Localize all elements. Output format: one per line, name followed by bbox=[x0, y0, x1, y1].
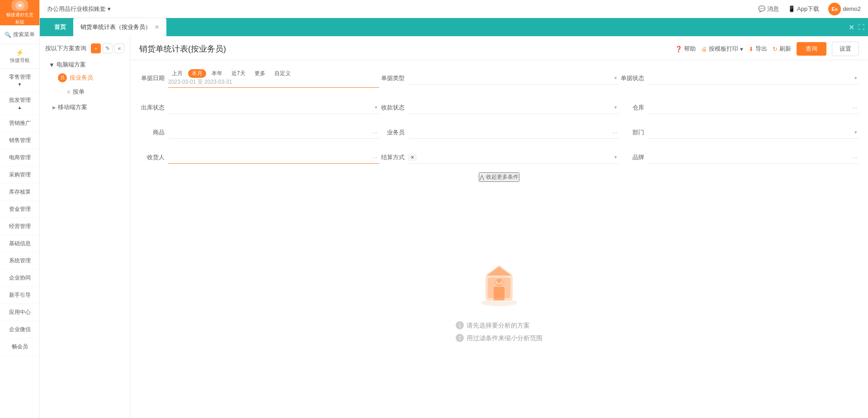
filter-warehouse: 仓库 ··· bbox=[619, 99, 859, 117]
settlement-tag-close[interactable]: × bbox=[411, 154, 414, 161]
warehouse-control[interactable]: ··· bbox=[648, 101, 859, 114]
settlement-tag: × bbox=[408, 154, 417, 161]
date-tab-this-month[interactable]: 本月 bbox=[188, 69, 206, 78]
filter-row-1: 单据日期 上月 本月 本年 近7天 更多 自定义 2023- bbox=[130, 60, 868, 94]
sidebar-item-appstore[interactable]: 应用中心 bbox=[0, 304, 39, 321]
date-tab-more[interactable]: 更多 bbox=[251, 69, 269, 78]
page-header: 销货单统计表(按业务员) ❓ 帮助 🖨 按模板打印 ▾ ⬇ 导出 bbox=[130, 36, 868, 60]
nav-icon: ⚡ bbox=[16, 49, 24, 56]
shortcut-section: ⚡ 快捷导航 bbox=[0, 44, 39, 69]
print-icon: 🖨 bbox=[701, 46, 707, 52]
sidebar-item-operations[interactable]: 经营管理 bbox=[0, 218, 39, 235]
collapse-conditions-button[interactable]: ⋀ 收起更多条件 bbox=[479, 172, 519, 182]
sidebar-item-marketing[interactable]: 营销推广 bbox=[0, 115, 39, 132]
date-filter-control[interactable]: 上月 本月 本年 近7天 更多 自定义 2023-03-01 至 2023-03… bbox=[168, 67, 379, 89]
left-scheme-panel: 按以下方案查询 ＋ ✎ « ▼ 电脑端方案 员 按业务员 ≡ 按单 bbox=[40, 36, 130, 418]
search-menu-button[interactable]: 🔍 搜索菜单 bbox=[3, 29, 37, 40]
receipt-status-control[interactable]: ▾ bbox=[408, 101, 619, 114]
logo-subtitle: 标版 bbox=[15, 19, 24, 25]
empty-hint-2: 2 用过滤条件来缩小分析范围 bbox=[456, 332, 542, 344]
date-tab-last-month[interactable]: 上月 bbox=[168, 69, 186, 78]
tab-sales-stat[interactable]: 销货单统计表（按业务员） ✕ bbox=[73, 18, 166, 36]
logo-icon bbox=[12, 0, 28, 11]
doc-type-control[interactable]: ▾ bbox=[408, 72, 619, 85]
scheme-by-salesperson[interactable]: 员 按业务员 bbox=[45, 71, 124, 85]
filter-out-status: 出库状态 ▾ bbox=[139, 99, 379, 117]
consignee-dots-icon[interactable]: ··· bbox=[373, 154, 379, 161]
filter-row-2: 出库状态 ▾ 收款状态 ▾ 仓库 ··· bbox=[130, 94, 868, 119]
goods-dots-icon[interactable]: ··· bbox=[373, 129, 379, 136]
user-profile[interactable]: Ea demo2 bbox=[828, 3, 861, 15]
doc-type-dropdown-icon: ▾ bbox=[614, 75, 619, 81]
topbar-right: 💬 消息 📱 App下载 Ea demo2 bbox=[758, 3, 861, 15]
sidebar-item-newbie[interactable]: 新手引导 bbox=[0, 287, 39, 304]
retail-arrow: ▼ bbox=[18, 82, 22, 87]
collapse-panel-button[interactable]: « bbox=[114, 43, 124, 53]
filter-settlement: 结算方式 × ▾ bbox=[379, 148, 619, 167]
shortcut-nav-button[interactable]: ⚡ 快捷导航 bbox=[0, 46, 39, 66]
empty-illustration bbox=[472, 257, 526, 312]
goods-control[interactable]: ··· bbox=[168, 126, 379, 139]
sidebar-item-ecommerce[interactable]: 电商管理 bbox=[0, 149, 39, 166]
arrow-expand-icon: ▼ bbox=[49, 62, 55, 68]
avatar-initials: Ea bbox=[832, 6, 838, 12]
tab-home[interactable]: 首页 bbox=[47, 18, 73, 36]
sidebar: 畅捷通好生意 标版 🔍 搜索菜单 ⚡ 快捷导航 零售管理 ▼ 批发管理 ▲ 营销… bbox=[0, 0, 40, 418]
dept-dropdown-icon: ▾ bbox=[854, 129, 859, 135]
mobile-section-toggle[interactable]: ▶ 移动端方案 bbox=[49, 100, 121, 114]
app-logo[interactable]: 畅捷通好生意 标版 bbox=[0, 0, 39, 25]
refresh-button[interactable]: ↻ 刷新 bbox=[773, 45, 791, 53]
tabbar-close-button[interactable]: ✕ bbox=[849, 23, 854, 32]
search-icon: 🔍 bbox=[5, 32, 11, 38]
date-tab-last-7[interactable]: 近7天 bbox=[228, 69, 249, 78]
tab-close-icon[interactable]: ✕ bbox=[155, 24, 159, 30]
sidebar-item-purchase[interactable]: 采购管理 bbox=[0, 166, 39, 184]
empty-text: 1 请先选择要分析的方案 2 用过滤条件来缩小分析范围 bbox=[456, 319, 542, 344]
date-tab-custom[interactable]: 自定义 bbox=[271, 69, 294, 78]
company-selector[interactable]: 办公用品行业模拟账套 ▾ bbox=[47, 5, 111, 13]
export-button[interactable]: ⬇ 导出 bbox=[749, 45, 767, 53]
avatar: Ea bbox=[828, 3, 841, 15]
sidebar-item-wechat[interactable]: 企业微信 bbox=[0, 321, 39, 338]
salesperson-control[interactable]: ··· bbox=[408, 126, 619, 139]
filter-consignee: 收货人 ··· bbox=[139, 148, 379, 167]
main-area: 办公用品行业模拟账套 ▾ 💬 消息 📱 App下载 Ea demo2 首页 bbox=[40, 0, 868, 418]
sidebar-item-inventory[interactable]: 库存核算 bbox=[0, 184, 39, 201]
print-button[interactable]: 🖨 按模板打印 ▾ bbox=[701, 45, 743, 53]
query-button[interactable]: 查询 bbox=[797, 42, 826, 56]
sidebar-item-enterprise[interactable]: 企业协同 bbox=[0, 270, 39, 287]
edit-scheme-button[interactable]: ✎ bbox=[103, 43, 113, 53]
salesperson-dots-icon[interactable]: ··· bbox=[612, 129, 619, 136]
brand-control[interactable]: ··· bbox=[648, 151, 859, 164]
settlement-control[interactable]: × ▾ bbox=[408, 151, 619, 164]
sidebar-item-sales[interactable]: 销售管理 bbox=[0, 132, 39, 149]
print-dropdown-icon: ▾ bbox=[740, 46, 743, 52]
pc-scheme-category: ▼ 电脑端方案 bbox=[45, 59, 124, 71]
sidebar-item-member[interactable]: 畅会员 bbox=[0, 338, 39, 356]
page-title: 销货单统计表(按业务员) bbox=[139, 43, 226, 54]
help-button[interactable]: ❓ 帮助 bbox=[675, 45, 696, 53]
filter-receipt-status: 收款状态 ▾ bbox=[379, 99, 619, 117]
warehouse-dots-icon[interactable]: ··· bbox=[852, 104, 859, 111]
tabbar-expand-button[interactable]: ⛶ bbox=[858, 24, 864, 31]
sidebar-item-system[interactable]: 系统管理 bbox=[0, 252, 39, 270]
settings-button[interactable]: 设置 bbox=[832, 42, 859, 56]
out-status-dropdown-icon: ▾ bbox=[375, 104, 379, 110]
add-scheme-button[interactable]: ＋ bbox=[91, 43, 101, 53]
date-tab-this-year[interactable]: 本年 bbox=[208, 69, 226, 78]
app-download-button[interactable]: 📱 App下载 bbox=[788, 5, 819, 13]
dept-control[interactable]: ▾ bbox=[648, 126, 859, 139]
sidebar-item-wholesale[interactable]: 批发管理 ▲ bbox=[0, 92, 39, 115]
doc-status-control[interactable]: ▾ bbox=[648, 72, 859, 85]
message-button[interactable]: 💬 消息 bbox=[758, 5, 779, 13]
out-status-control[interactable]: ▾ bbox=[168, 101, 379, 114]
filter-goods: 商品 ··· bbox=[139, 124, 379, 142]
sidebar-item-basic[interactable]: 基础信息 bbox=[0, 235, 39, 252]
scheme-by-order[interactable]: ≡ 按单 bbox=[45, 85, 124, 99]
filter-section: 单据日期 上月 本月 本年 近7天 更多 自定义 2023- bbox=[130, 60, 868, 184]
sidebar-item-retail[interactable]: 零售管理 ▼ bbox=[0, 69, 39, 92]
brand-dots-icon[interactable]: ··· bbox=[852, 154, 859, 161]
help-icon: ❓ bbox=[675, 46, 682, 52]
consignee-control[interactable]: ··· bbox=[168, 151, 379, 164]
sidebar-item-finance[interactable]: 资金管理 bbox=[0, 201, 39, 218]
